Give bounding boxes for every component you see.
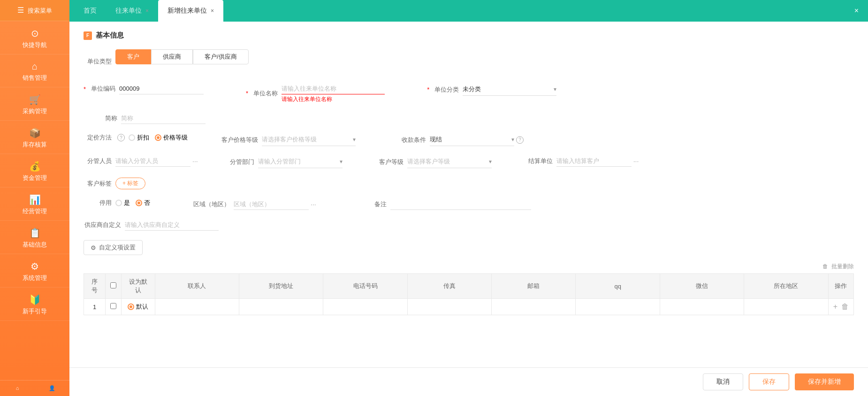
manager-more-icon[interactable]: ··· <box>192 157 198 165</box>
short-name-input[interactable] <box>121 113 206 124</box>
col-qq: qq <box>576 274 660 299</box>
customer-level-item: 客户等级 请选择客户等级 ▾ <box>375 155 492 168</box>
row-contact-input[interactable] <box>160 303 234 311</box>
region-input[interactable] <box>234 199 309 210</box>
row-fax[interactable] <box>407 299 491 315</box>
cancel-button[interactable]: 取消 <box>703 373 743 390</box>
unit-type-row: 单位类型 客户 供应商 客户/供应商 <box>84 49 854 74</box>
col-no: 序号 <box>84 274 106 299</box>
close-all-button[interactable]: × <box>850 7 863 15</box>
region-more-icon[interactable]: ··· <box>311 201 316 208</box>
row-fax-input[interactable] <box>412 303 487 311</box>
custom-settings-button[interactable]: ⚙ 自定义项设置 <box>84 240 143 255</box>
add-tag-button[interactable]: + 标签 <box>115 178 145 189</box>
select-all-checkbox[interactable] <box>110 282 116 288</box>
manager-input[interactable] <box>115 155 190 167</box>
pricing-help-icon[interactable]: ? <box>117 134 125 141</box>
row-phone[interactable] <box>323 299 407 315</box>
supplier-custom-input[interactable] <box>125 219 219 231</box>
sidebar-item-operations[interactable]: 📊 经营管理 <box>0 187 69 221</box>
settlement-input[interactable] <box>556 155 632 167</box>
row-qq[interactable] <box>576 299 660 315</box>
type-btn-customer[interactable]: 客户 <box>115 49 151 64</box>
tab-partners[interactable]: 往来单位 × <box>106 0 158 22</box>
row-phone-input[interactable] <box>328 303 402 311</box>
sidebar-item-label: 基础信息 <box>23 241 47 249</box>
remark-input[interactable] <box>390 199 531 210</box>
short-name-label: 简称 <box>84 114 117 123</box>
row-checkbox-cell[interactable] <box>106 299 122 315</box>
unit-category-select[interactable]: 未分类 ▾ <box>463 83 556 96</box>
batch-delete-label[interactable]: 批量删除 <box>831 263 854 270</box>
save-button[interactable]: 保存 <box>749 373 789 390</box>
row-delete-button[interactable]: 🗑 <box>841 303 849 311</box>
row-region-input[interactable] <box>749 303 823 311</box>
save-new-button[interactable]: 保存并新增 <box>795 373 854 390</box>
user-icon: 👤 <box>49 385 55 391</box>
sidebar-item-purchase[interactable]: 🛒 采购管理 <box>0 87 69 121</box>
row-region[interactable] <box>744 299 828 315</box>
radio-discount[interactable]: 折扣 <box>129 133 149 142</box>
customer-price-level-select[interactable]: 请选择客户价格等级 ▾ <box>262 133 356 146</box>
finance-icon: 💰 <box>29 161 41 172</box>
unit-code-label: 单位编码 <box>87 85 115 93</box>
sidebar-home-btn[interactable]: ⌂ <box>0 380 35 396</box>
sidebar-item-guide[interactable]: 🔰 新手引导 <box>0 287 69 321</box>
type-btn-both[interactable]: 客户/供应商 <box>193 49 249 64</box>
sidebar-item-inventory[interactable]: 📦 库存核算 <box>0 121 69 154</box>
tab-new-partner-label: 新增往来单位 <box>168 7 207 15</box>
guide-icon: 🔰 <box>29 294 41 305</box>
row-email-input[interactable] <box>496 303 571 311</box>
row-address-input[interactable] <box>244 303 318 311</box>
row-address[interactable] <box>239 299 323 315</box>
row-wechat[interactable] <box>660 299 744 315</box>
unit-name-input[interactable] <box>282 83 385 94</box>
row-no: 1 <box>84 299 106 315</box>
settlement-more-icon[interactable]: ··· <box>633 157 639 165</box>
sidebar-item-system[interactable]: ⚙ 系统管理 <box>0 254 69 287</box>
col-checkbox[interactable] <box>106 274 122 299</box>
tab-new-partner[interactable]: 新增往来单位 × <box>158 0 223 22</box>
sidebar-item-quick-nav[interactable]: ⊙ 快捷导航 <box>0 21 69 54</box>
sidebar-item-label: 资金管理 <box>23 174 47 182</box>
row-wechat-input[interactable] <box>665 303 739 311</box>
supplier-custom-item: 供应商自定义 <box>84 219 219 231</box>
dept-label: 分管部门 <box>226 158 254 166</box>
chevron-down-icon: ▾ <box>340 158 343 165</box>
payment-terms-select[interactable]: 现结 ▾ <box>430 133 514 146</box>
tab-new-partner-close[interactable]: × <box>211 8 214 14</box>
row-add-button[interactable]: + <box>833 303 838 311</box>
payment-help-icon[interactable]: ? <box>516 136 524 144</box>
short-name-item: 简称 <box>84 113 206 124</box>
main-area: 首页 往来单位 × 新增往来单位 × × F 基本信息 单位类型 客户 供应商 … <box>69 0 868 396</box>
row-contact[interactable] <box>155 299 239 315</box>
row-default-radio[interactable]: 默认 <box>126 303 150 311</box>
radio-yes[interactable]: 是 <box>115 199 130 207</box>
row-checkbox[interactable] <box>110 303 116 309</box>
row-actions: + 🗑 <box>833 303 849 311</box>
type-btn-supplier[interactable]: 供应商 <box>151 49 193 64</box>
unit-name-label: 单位名称 <box>250 89 278 98</box>
tab-partners-close[interactable]: × <box>145 8 149 14</box>
customer-price-level-placeholder: 请选择客户价格等级 <box>262 135 351 144</box>
sidebar-item-sales[interactable]: ⌂ 销售管理 <box>0 54 69 87</box>
radio-price-level[interactable]: 价格等级 <box>155 133 188 142</box>
unit-code-input[interactable] <box>119 83 204 94</box>
unit-code-item: * 单位编码 <box>84 83 204 94</box>
col-actions: 操作 <box>828 274 853 299</box>
chevron-down-icon: ▾ <box>511 136 514 143</box>
sidebar-user-btn[interactable]: 👤 <box>35 380 69 396</box>
customer-level-select[interactable]: 请选择客户等级 ▾ <box>407 155 492 168</box>
sidebar-item-finance[interactable]: 💰 资金管理 <box>0 154 69 187</box>
sidebar-item-basic-info[interactable]: 📋 基础信息 <box>0 221 69 254</box>
tab-home[interactable]: 首页 <box>74 0 106 22</box>
basic-info-icon: 📋 <box>29 227 41 239</box>
row-email[interactable] <box>492 299 576 315</box>
row-qq-input[interactable] <box>580 303 655 311</box>
radio-discount-label: 折扣 <box>137 133 149 142</box>
dept-select[interactable]: 请输入分管部门 ▾ <box>258 155 343 168</box>
sidebar-search[interactable]: ☰ 搜索菜单 <box>0 0 69 21</box>
quick-nav-icon: ⊙ <box>31 28 39 39</box>
col-email: 邮箱 <box>492 274 576 299</box>
radio-no[interactable]: 否 <box>136 199 150 207</box>
